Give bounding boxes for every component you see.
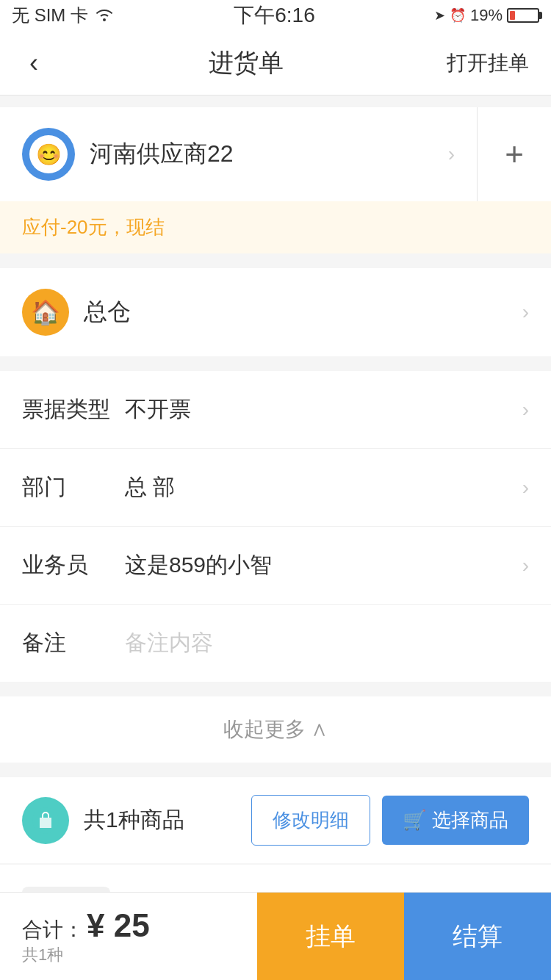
warehouse-selector[interactable]: 🏠 总仓 ›	[0, 268, 551, 356]
product-icon	[22, 797, 69, 844]
page-title: 进货单	[209, 46, 284, 80]
battery-icon	[507, 8, 539, 23]
supplier-selector[interactable]: 😊 河南供应商22 ›	[0, 107, 478, 201]
supplier-avatar: 😊	[22, 128, 75, 181]
salesman-chevron-icon: ›	[522, 554, 529, 577]
total-sub: 共1种	[22, 944, 235, 966]
pending-button[interactable]: 挂单	[257, 893, 404, 980]
department-value: 总 部	[125, 472, 515, 502]
ticket-type-label: 票据类型	[22, 394, 125, 425]
status-left: 无 SIM 卡	[12, 4, 115, 27]
total-label: 合计：	[22, 916, 84, 944]
warehouse-icon: 🏠	[22, 289, 69, 336]
notice-text: 应付-20元，现结	[22, 216, 165, 238]
back-button[interactable]: ‹	[22, 40, 46, 86]
total-amount: ¥ 25	[87, 907, 150, 944]
carrier-label: 无 SIM 卡	[12, 4, 88, 27]
status-time: 下午6:16	[234, 1, 315, 29]
nav-bar: ‹ 进货单 打开挂单	[0, 31, 551, 96]
cart-icon: 🛒	[403, 809, 426, 832]
remark-label: 备注	[22, 628, 125, 658]
salesman-label: 业务员	[22, 550, 125, 580]
ticket-type-chevron-icon: ›	[522, 398, 529, 422]
wifi-icon	[94, 5, 115, 26]
warehouse-chevron-icon: ›	[522, 300, 529, 324]
divider-top	[0, 96, 551, 107]
collapse-button[interactable]: 收起更多 ∧	[0, 696, 551, 763]
remark-row[interactable]: 备注 备注内容	[0, 605, 551, 682]
salesman-row[interactable]: 业务员 这是859的小智 ›	[0, 527, 551, 605]
product-header: 共1种商品 修改明细 🛒 选择商品	[0, 777, 551, 863]
warehouse-name: 总仓	[84, 296, 515, 328]
remark-input[interactable]: 备注内容	[125, 628, 529, 658]
select-product-label: 选择商品	[432, 807, 508, 833]
supplier-avatar-face: 😊	[36, 143, 62, 167]
open-pending-button[interactable]: 打开挂单	[447, 49, 529, 77]
salesman-value: 这是859的小智	[125, 550, 515, 580]
status-bar: 无 SIM 卡 下午6:16 ➤ ⏰ 19%	[0, 0, 551, 31]
ticket-type-value: 不开票	[125, 394, 515, 425]
supplier-name: 河南供应商22	[90, 138, 441, 170]
edit-detail-button[interactable]: 修改明细	[251, 795, 370, 846]
select-product-button[interactable]: 🛒 选择商品	[382, 796, 529, 845]
chevron-right-icon: ›	[448, 143, 455, 166]
product-count: 共1种商品	[84, 805, 251, 835]
alarm-icon: ⏰	[450, 7, 466, 24]
notice-bar: 应付-20元，现结	[0, 201, 551, 253]
settle-button[interactable]: 结算	[404, 893, 551, 980]
ticket-type-row[interactable]: 票据类型 不开票 ›	[0, 371, 551, 449]
form-card: 票据类型 不开票 › 部门 总 部 › 业务员 这是859的小智 › 备注 备注…	[0, 371, 551, 682]
department-row[interactable]: 部门 总 部 ›	[0, 449, 551, 527]
status-right: ➤ ⏰ 19%	[434, 6, 539, 25]
supplier-section: 😊 河南供应商22 › +	[0, 107, 551, 201]
location-icon: ➤	[434, 7, 445, 24]
battery-percent: 19%	[470, 6, 503, 25]
bottom-bar: 合计： ¥ 25 共1种 挂单 结算	[0, 892, 551, 980]
add-supplier-button[interactable]: +	[478, 107, 551, 201]
bottom-total: 合计： ¥ 25 共1种	[0, 893, 257, 980]
content-area: 😊 河南供应商22 › + 应付-20元，现结 🏠 总仓 › 票据类型 不开票 …	[0, 107, 551, 980]
department-label: 部门	[22, 472, 125, 502]
department-chevron-icon: ›	[522, 476, 529, 500]
